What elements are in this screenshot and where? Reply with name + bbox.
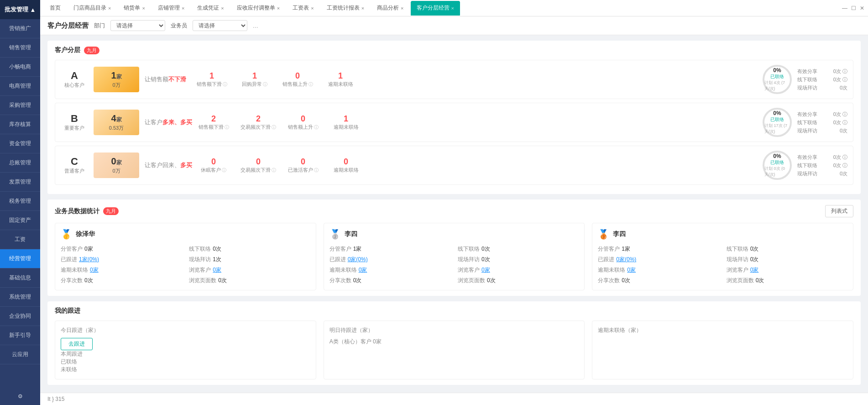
tab-首页[interactable]: 首页 (44, 1, 67, 16)
sidebar-item-小畅电商[interactable]: 小畅电商 (0, 58, 40, 77)
sidebar-item-经营管理[interactable]: 经营管理 (0, 249, 40, 268)
biz-card-row-val[interactable]: 0家 (359, 266, 367, 274)
dept-select[interactable]: 请选择 (110, 20, 165, 31)
sidebar-item-税务管理[interactable]: 税务管理 (0, 192, 40, 211)
tier-stat: 0逾期未联络 (330, 157, 362, 174)
biz-card-row-val: 0次 (481, 256, 490, 263)
biz-card-row-label: 现场拜访 (458, 256, 480, 263)
tab-close-店铺管理[interactable]: × (182, 5, 184, 11)
biz-card-row-val: 0次 (750, 256, 759, 263)
biz-card-row-val: 1家 (353, 245, 362, 253)
tab-close-商品分析[interactable]: × (401, 5, 403, 11)
biz-card-row-val: 1次 (213, 256, 221, 263)
sidebar-item-采购管理[interactable]: 采购管理 (0, 96, 40, 115)
content-area: 客户分层 九月 A核心客户1家0万让销售额不下滑1销售额下滑ⓘ1回购异常ⓘ0销售… (40, 35, 868, 393)
sidebar-item-基础信息[interactable]: 基础信息 (0, 268, 40, 288)
biz-card-row-val: 0次 (213, 245, 221, 253)
tab-close-工资表[interactable]: × (311, 5, 314, 11)
tab-店铺管理[interactable]: 店铺管理 × (152, 1, 190, 16)
sidebar-item-营销推广[interactable]: 营销推广 (0, 19, 40, 38)
biz-card-row: 分管客户1家 (329, 245, 450, 253)
info-icon: ⓘ (223, 81, 227, 88)
tab-销货单[interactable]: 销货单 × (118, 1, 151, 16)
more-options[interactable]: ... (253, 22, 258, 29)
agent-label: 业务员 (171, 22, 187, 30)
sidebar-item-总账管理[interactable]: 总账管理 (0, 153, 40, 173)
biz-card-row-label: 线下联络 (189, 245, 211, 253)
window-close-icon[interactable]: ✕ (860, 5, 864, 11)
tab-工资表[interactable]: 工资表 × (287, 1, 319, 16)
sidebar-settings[interactable]: ⚙ (0, 388, 40, 405)
biz-card-row-val[interactable]: 0家 (213, 266, 221, 274)
follow-card-2: 逾期未联络（家） (592, 321, 853, 379)
biz-card-row-val[interactable]: 0家(0%) (616, 256, 636, 263)
biz-card-row-val: 0次 (353, 277, 362, 284)
tab-close-生成凭证[interactable]: × (221, 5, 224, 11)
sidebar-item-固定资产[interactable]: 固定资产 (0, 211, 40, 230)
follow-card-row: 已联络 (61, 358, 310, 366)
sidebar-item-云应用[interactable]: 云应用 (0, 345, 40, 364)
bottom-text: It } 315 (47, 396, 64, 402)
sidebar-item-销售管理[interactable]: 销售管理 (0, 38, 40, 58)
tier-right-stat: 线下联络0次 ⓘ (797, 162, 847, 169)
tier-stats-A: 1销售额下滑ⓘ1回购异常ⓘ0销售额上升ⓘ1逾期未联络 (196, 71, 757, 88)
tier-stat: 0销售额上升ⓘ (287, 114, 319, 131)
sidebar-header[interactable]: 批发管理 ▲ (0, 0, 40, 19)
info-icon: ⓘ (263, 81, 267, 88)
window-minimize-icon[interactable]: — (842, 5, 847, 11)
tab-门店商品目录[interactable]: 门店商品目录 × (68, 1, 117, 16)
tier-stat: 2销售额下滑ⓘ (198, 114, 230, 131)
tier-right-stat: 现场拜访0次 (797, 84, 847, 91)
biz-card-row-val[interactable]: 1家(0%) (79, 256, 99, 263)
sidebar-item-系统管理[interactable]: 系统管理 (0, 288, 40, 307)
tab-客户分层经营[interactable]: 客户分层经营 × (411, 1, 460, 16)
follow-go-button[interactable]: 去跟进 (61, 338, 93, 350)
window-maximize-icon[interactable]: ☐ (851, 5, 856, 11)
tab-close-客户分层经营[interactable]: × (451, 5, 454, 11)
biz-card-row-label: 已跟进 (329, 256, 346, 263)
biz-card-row-label: 分享次数 (329, 277, 351, 284)
tier-stat: 0休眠客户ⓘ (198, 157, 230, 174)
tab-应收应付调整单[interactable]: 应收应付调整单 × (231, 1, 286, 16)
biz-card-李四1: 🥈李四分管客户1家线下联络0次已跟进0家(0%)现场拜访0次逾期未联络0家浏览客… (324, 223, 585, 290)
tab-close-门店商品目录[interactable]: × (108, 5, 111, 11)
sidebar-item-企业协同[interactable]: 企业协同 (0, 307, 40, 326)
biz-card-row-val: 0次 (218, 277, 227, 284)
biz-card-row-val[interactable]: 0家 (750, 266, 759, 274)
tab-工资统计报表[interactable]: 工资统计报表 × (321, 1, 370, 16)
tier-stat: 0已激活客户ⓘ (287, 157, 319, 174)
tier-right-stats-A: 有效分享0次 ⓘ线下联络0次 ⓘ现场拜访0次 (797, 68, 847, 91)
page-title: 客户分层经营 (47, 21, 89, 30)
biz-card-row-val[interactable]: 0家 (627, 266, 636, 274)
sidebar-item-库存核算[interactable]: 库存核算 (0, 115, 40, 134)
list-view-button[interactable]: 列表式 (825, 205, 853, 217)
biz-card-row-val[interactable]: 0家(0%) (348, 256, 368, 263)
tier-right-stats-B: 有效分享0次 ⓘ线下联络0次 ⓘ现场拜访0次 (797, 111, 847, 134)
tab-close-应收应付调整单[interactable]: × (277, 5, 280, 11)
sidebar-item-资金管理[interactable]: 资金管理 (0, 134, 40, 153)
sidebar-item-工资[interactable]: 工资 (0, 230, 40, 249)
tab-生成凭证[interactable]: 生成凭证 × (191, 1, 230, 16)
biz-card-row: 已跟进0家(0%) (598, 256, 719, 263)
sidebar-item-发票管理[interactable]: 发票管理 (0, 173, 40, 192)
biz-card-row-label: 分管客户 (61, 245, 83, 253)
agent-select[interactable]: 请选择 (193, 20, 247, 31)
sidebar-toggle-icon: ▲ (30, 6, 36, 13)
biz-card-row: 分享次数0次 (329, 277, 450, 284)
sidebar-item-新手引导[interactable]: 新手引导 (0, 326, 40, 345)
biz-card-row: 线下联络0次 (458, 245, 579, 253)
biz-card-row-label: 逾期未联络 (598, 266, 625, 274)
biz-card-row-val[interactable]: 0家 (90, 266, 99, 274)
tab-close-工资统计报表[interactable]: × (361, 5, 364, 11)
customer-section-header: 客户分层 九月 (55, 46, 853, 54)
tab-商品分析[interactable]: 商品分析 × (371, 1, 409, 16)
follow-section: 我的跟进 今日跟进（家）去跟进本周跟进已联络未联络明日待跟进（家）A类（核心）客… (47, 301, 861, 385)
sidebar-item-电商管理[interactable]: 电商管理 (0, 77, 40, 96)
tier-right-stats-C: 有效分享0次 ⓘ线下联络0次 ⓘ现场拜访0次 (797, 154, 847, 177)
customer-section-month: 九月 (84, 47, 99, 54)
tier-stat: 0交易频次下滑ⓘ (241, 157, 276, 174)
biz-card-row-val[interactable]: 0家 (481, 266, 490, 274)
tab-close-销货单[interactable]: × (142, 5, 145, 11)
toolbar: 客户分层经营 部门 请选择 业务员 请选择 ... (40, 16, 868, 35)
biz-card-row-label: 分享次数 (598, 277, 620, 284)
